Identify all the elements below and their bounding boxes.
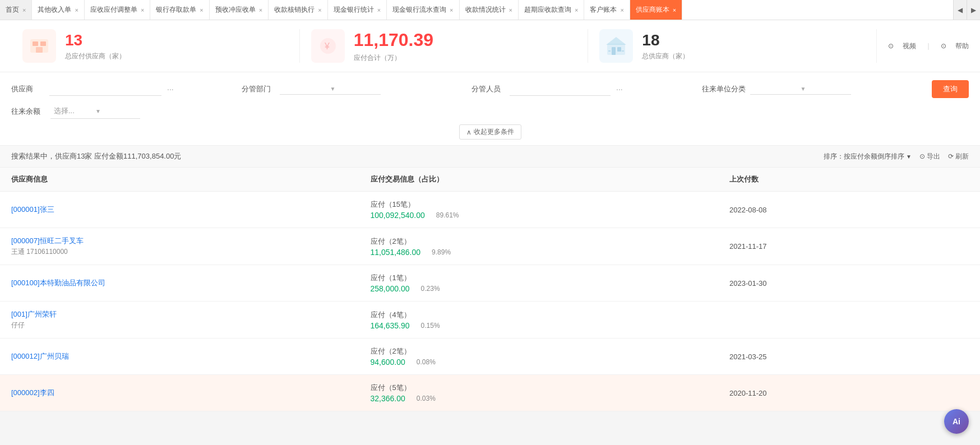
nav-tab-supplier-account[interactable]: 供应商账本 ×	[630, 0, 682, 20]
nav-tab-collection-status-close[interactable]: ×	[509, 7, 512, 13]
last-payment-cell-3: 2023-01-30	[729, 279, 969, 288]
nav-tab-advance-collection[interactable]: 预收冲应收单 ×	[210, 0, 269, 20]
result-bar: 搜索结果中，供应商13家 应付金额111,703,854.00元 排序：按应付余…	[0, 146, 980, 168]
category-filter-label: 往来单位分类	[702, 84, 746, 94]
balance-filter-select[interactable]: 选择... ▼	[50, 104, 140, 119]
supplier-link-1[interactable]: [000001]张三	[11, 205, 54, 214]
nav-tab-other-income[interactable]: 其他收入单 ×	[32, 0, 84, 20]
transaction-amount-6[interactable]: 32,366.00	[371, 394, 405, 403]
nav-tab-supplier-account-close[interactable]: ×	[673, 7, 676, 13]
nav-tab-cash-bank-flow-close[interactable]: ×	[450, 7, 453, 13]
nav-tab-collection-status[interactable]: 收款情况统计 ×	[460, 0, 519, 20]
supplier-sub-2: 王通 17106110000	[11, 247, 371, 257]
transaction-info-cell-4: 应付（4笔） 164,635.90 0.15%	[371, 310, 730, 330]
result-summary-text: 搜索结果中，供应商13家 应付金额111,703,854.00元	[11, 151, 181, 161]
table-row: [000001]张三 应付（15笔） 100,092,540.00 89.61%…	[0, 192, 980, 228]
nav-tab-collection-status-label: 收款情况统计	[465, 5, 506, 15]
help-link[interactable]: 帮助	[955, 41, 969, 51]
store-icon	[599, 29, 633, 63]
filter-group-category: 往来单位分类 ▼	[702, 84, 927, 95]
supplier-link-5[interactable]: [000012]广州贝瑞	[11, 352, 69, 360]
col-header-supplier-info: 供应商信息	[11, 174, 371, 184]
supplier-link-6[interactable]: [000002]李四	[11, 388, 54, 397]
person-filter-input[interactable]	[510, 82, 611, 96]
transaction-info-cell-1: 应付（15笔） 100,092,540.00 89.61%	[371, 200, 730, 220]
dept-filter-label: 分管部门	[242, 84, 275, 94]
circle-help-icon: ⊙	[941, 42, 946, 50]
filter-row-2: 往来余额 选择... ▼	[11, 104, 969, 119]
nav-tab-overdue-query[interactable]: 超期应收款查询 ×	[519, 0, 584, 20]
table-header: 供应商信息 应付交易信息（占比） 上次付数	[0, 168, 980, 192]
summary-card-ap-supplier: 13 总应付供应商（家）	[11, 29, 300, 63]
nav-tab-customer-account-close[interactable]: ×	[620, 7, 623, 13]
table-scroll-area[interactable]: [000001]张三 应付（15笔） 100,092,540.00 89.61%…	[0, 192, 980, 411]
video-link[interactable]: 视频	[903, 41, 916, 51]
nav-prev-button[interactable]: ◀	[953, 0, 967, 20]
transaction-amount-2[interactable]: 11,051,486.00	[371, 248, 421, 257]
last-payment-date-3: 2023-01-30	[729, 279, 767, 288]
ap-total-label: 应付合计（万）	[354, 53, 433, 63]
nav-tab-cash-bank-stats[interactable]: 现金银行统计 ×	[328, 0, 387, 20]
nav-tab-customer-account-label: 客户账本	[590, 5, 617, 15]
export-button[interactable]: ⊙ 导出	[919, 152, 940, 161]
dept-filter-select[interactable]: ▼	[280, 84, 381, 95]
nav-tab-collection-verify-label: 收款核销执行	[274, 5, 315, 15]
nav-tab-customer-account[interactable]: 客户账本 ×	[584, 0, 630, 20]
last-payment-cell-1: 2022-08-08	[729, 206, 969, 214]
svg-text:¥: ¥	[324, 41, 330, 51]
query-button[interactable]: 查询	[932, 80, 969, 98]
balance-select-placeholder: 选择...	[54, 106, 95, 116]
nav-tab-ap-adjust[interactable]: 应收应付调整单 ×	[85, 0, 150, 20]
nav-tab-bank-deposit-close[interactable]: ×	[200, 7, 203, 13]
transaction-amount-5[interactable]: 94,600.00	[371, 358, 405, 367]
supplier-link-4[interactable]: [001]广州荣轩	[11, 310, 57, 318]
nav-next-button[interactable]: ▶	[967, 0, 980, 20]
ap-supplier-number: 13	[65, 31, 126, 50]
transaction-pct-4: 0.15%	[421, 322, 440, 330]
last-payment-date-5: 2021-03-25	[729, 353, 767, 361]
nav-tab-home-close[interactable]: ×	[22, 7, 26, 13]
nav-tab-collection-verify[interactable]: 收款核销执行 ×	[269, 0, 327, 20]
nav-tab-overdue-query-close[interactable]: ×	[575, 7, 578, 13]
transaction-amount-1[interactable]: 100,092,540.00	[371, 211, 425, 220]
filter-group-dept: 分管部门 ▼	[242, 84, 466, 95]
supplier-filter-input[interactable]	[49, 82, 161, 96]
dept-chevron-down-icon: ▼	[330, 86, 377, 92]
svg-rect-11	[622, 50, 624, 52]
top-navigation: 首页 × 其他收入单 × 应收应付调整单 × 银行存取款单 × 预收冲应收单 ×…	[0, 0, 980, 20]
transaction-amount-3[interactable]: 258,000.00	[371, 284, 410, 293]
last-payment-cell-2: 2021-11-17	[729, 242, 969, 251]
last-payment-cell-6: 2020-11-20	[729, 389, 969, 397]
nav-tab-home[interactable]: 首页 ×	[0, 0, 32, 20]
table-row: [000012]广州贝瑞 应付（2笔） 94,600.00 0.08% 2021…	[0, 339, 980, 375]
supplier-icon	[22, 29, 56, 63]
transaction-label-6: 应付（5笔）	[371, 383, 730, 393]
transaction-amount-4[interactable]: 164,635.90	[371, 321, 410, 330]
supplier-link-2[interactable]: [000007]恒旺二手叉车	[11, 237, 84, 245]
nav-tab-cash-bank-flow[interactable]: 现金银行流水查询 ×	[387, 0, 459, 20]
summary-right-actions: ⊙ 视频 ｜ ⊙ 帮助	[877, 29, 969, 63]
transaction-info-cell-5: 应付（2笔） 94,600.00 0.08%	[371, 346, 730, 367]
refresh-button[interactable]: ⟳ 刷新	[948, 152, 969, 161]
svg-rect-6	[607, 44, 625, 55]
person-dots-icon[interactable]: ···	[616, 85, 623, 94]
nav-tab-cash-bank-stats-close[interactable]: ×	[377, 7, 381, 13]
transaction-info-cell-2: 应付（2笔） 11,051,486.00 9.89%	[371, 237, 730, 257]
supplier-link-3[interactable]: [000100]本特勤油品有限公司	[11, 279, 105, 287]
export-label: 导出	[927, 152, 940, 161]
last-payment-cell-5: 2021-03-25	[729, 353, 969, 361]
category-filter-select[interactable]: ▼	[750, 84, 851, 95]
transaction-info-cell-6: 应付（5笔） 32,366.00 0.03%	[371, 383, 730, 403]
supplier-dots-icon[interactable]: ···	[167, 85, 174, 94]
nav-tab-ap-adjust-close[interactable]: ×	[141, 7, 144, 13]
balance-chevron-down-icon: ▼	[95, 108, 137, 114]
svg-rect-3	[36, 47, 43, 53]
last-payment-date-2: 2021-11-17	[729, 242, 767, 251]
filter-row-1: 供应商 ··· 分管部门 ▼ 分管人员 ··· 往来单位分类 ▼ 查询	[11, 80, 969, 98]
nav-tab-collection-verify-close[interactable]: ×	[318, 7, 321, 13]
collapse-button[interactable]: ∧ 收起更多条件	[459, 124, 521, 140]
nav-tab-advance-collection-close[interactable]: ×	[259, 7, 262, 13]
nav-tab-other-income-close[interactable]: ×	[75, 7, 78, 13]
nav-tab-bank-deposit[interactable]: 银行存取款单 ×	[150, 0, 209, 20]
sort-button[interactable]: 排序：按应付余额倒序排序 ▼	[824, 152, 912, 161]
